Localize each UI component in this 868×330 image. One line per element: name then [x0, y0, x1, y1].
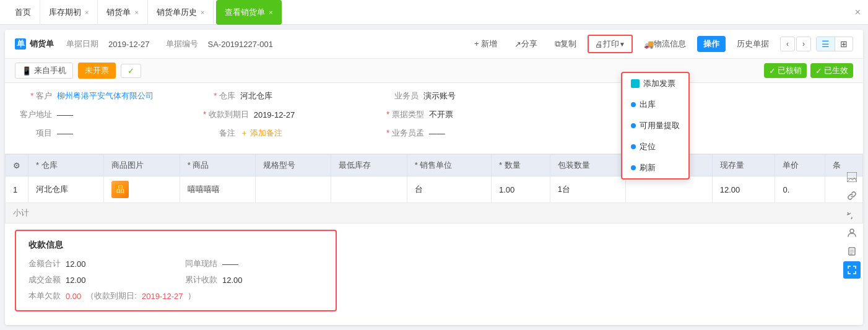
refresh-label: 刷新: [640, 162, 656, 173]
total-amount-value: 12.00: [66, 259, 86, 269]
locate-label: 定位: [640, 141, 656, 152]
remark-label: 备注: [203, 128, 240, 139]
current-owed-value: 0.00: [66, 292, 81, 301]
logistics-button[interactable]: 🚚 物流信息: [638, 36, 692, 52]
due-date-value: 2019-12-27: [142, 292, 183, 301]
transaction-amount-value: 12.00: [66, 276, 86, 285]
tab-view-sales-order[interactable]: 查看销货单 ×: [216, 0, 282, 25]
no-value: SA-20191227-001: [208, 40, 274, 49]
operations-dropdown: 添加发票 出库 可用量提取 定位 刷新: [621, 72, 690, 180]
doc-title: 单 销货单: [15, 38, 54, 50]
payment-grid: 金额合计 12.00 同单现结 —— 成交金额 12.00 累计收款 12.00…: [28, 258, 323, 302]
check-btn[interactable]: ✓: [121, 64, 141, 78]
tab-sales-order[interactable]: 销货单 ×: [98, 0, 147, 25]
row-product: 嘻嘻嘻嘻: [180, 176, 255, 203]
row-sales-unit: 台: [407, 176, 491, 203]
warehouse-out-label: 出库: [640, 99, 656, 110]
new-button[interactable]: + 新增: [468, 36, 503, 52]
from-phone-button[interactable]: 📱 来自手机: [15, 63, 73, 79]
table-section: ⚙ * 仓库 商品图片 * 商品 规格型号 最低库存 * 销售单位 * 数量 包…: [5, 154, 863, 224]
not-open-button[interactable]: 未开票: [78, 63, 116, 79]
ticket-type-value: 不开票: [429, 109, 528, 120]
operations-button[interactable]: 操作: [697, 36, 726, 52]
available-quantity-item[interactable]: 可用量提取: [622, 115, 688, 136]
th-stock: 现存量: [712, 155, 775, 176]
warehouse-out-icon: [631, 102, 636, 107]
locate-item[interactable]: 定位: [622, 136, 688, 157]
due-date-suffix: ）: [188, 290, 196, 302]
refresh-item[interactable]: 刷新: [622, 157, 688, 178]
table-row: 1 河北仓库 品 嘻嘻嘻嘻 台 1.00 1台 12.00 0.: [6, 176, 863, 203]
transaction-amount-row: 成交金额 12.00: [28, 274, 167, 285]
payment-date-label: 收款到期日: [203, 109, 254, 120]
add-invoice-item[interactable]: 添加发票: [622, 73, 688, 94]
close-view-sales-order[interactable]: ×: [269, 9, 272, 16]
doc-actions: + 新增 ↗ 分享 ⧉ 复制 🖨 打印 ▼ 🚚 物流信息 操作 历史单据: [468, 35, 853, 53]
nav-arrows: ‹ ›: [780, 37, 811, 51]
tool-undo-btn[interactable]: [843, 206, 861, 223]
row-stock: 12.00: [712, 176, 775, 203]
window-close-button[interactable]: ×: [855, 7, 861, 18]
tool-user-btn[interactable]: [843, 224, 861, 241]
share-button[interactable]: ↗ 分享: [508, 36, 544, 52]
payment-date-field: 收款到期日 2019-12-27: [203, 109, 376, 120]
form-row-3: 项目 —— 备注 ＋ 添加备注 业务员孟 ——: [20, 128, 848, 139]
tab-home[interactable]: 首页: [6, 0, 40, 25]
tool-expand-btn[interactable]: [843, 261, 861, 279]
refresh-icon: [631, 165, 636, 170]
close-inventory-init[interactable]: ×: [85, 9, 89, 16]
add-remark-button[interactable]: ＋ 添加备注: [240, 128, 282, 139]
copy-button[interactable]: ⧉ 复制: [549, 36, 583, 52]
tab-inventory-init[interactable]: 库存期初 ×: [40, 0, 98, 25]
available-icon: [631, 123, 636, 128]
view-list-btn[interactable]: ☰: [817, 37, 835, 51]
prev-arrow[interactable]: ‹: [780, 37, 795, 51]
tool-image-btn[interactable]: [843, 168, 861, 186]
view-toggle: ☰ ⊞: [816, 37, 853, 51]
staff-value: 演示账号: [423, 90, 523, 102]
th-product-img: 商品图片: [104, 155, 180, 176]
close-sales-order-history[interactable]: ×: [201, 9, 204, 16]
staff2-field: 业务员孟 ——: [386, 128, 560, 139]
truck-icon: 🚚: [644, 40, 654, 49]
th-spec: 规格型号: [256, 155, 331, 176]
tool-clipboard-btn[interactable]: [843, 243, 861, 260]
payment-date-value: 2019-12-27: [254, 110, 353, 119]
th-settings: ⚙: [6, 155, 28, 176]
row-quantity: 1.00: [491, 176, 550, 203]
payment-box: 收款信息 金额合计 12.00 同单现结 —— 成交金额 12.00 累计收款 …: [15, 230, 337, 311]
customer-field: 客户 柳州粤港平安气体有限公司: [20, 90, 193, 102]
doc-header: 单 销货单 单据日期 2019-12-27 单据编号 SA-20191227-0…: [5, 30, 863, 59]
svg-point-7: [850, 229, 854, 233]
no-label: 单据编号: [166, 38, 198, 50]
customer-value[interactable]: 柳州粤港平安气体有限公司: [57, 90, 156, 102]
close-sales-order[interactable]: ×: [134, 9, 138, 16]
available-quantity-label: 可用量提取: [640, 120, 680, 131]
history-button[interactable]: 历史单据: [731, 36, 775, 52]
address-field: 客户地址 ——: [20, 109, 193, 120]
tab-sales-order-history[interactable]: 销货单历史 ×: [148, 0, 214, 25]
date-value: 2019-12-27: [108, 40, 150, 49]
row-available: [626, 176, 713, 203]
total-amount-row: 金额合计 12.00: [28, 258, 167, 269]
print-dropdown-icon: ▼: [619, 41, 625, 48]
warehouse-out-item[interactable]: 出库: [622, 94, 688, 115]
right-btn-group: ✓ 已核销 ✓ 已生效: [764, 63, 853, 78]
row-pack-qty: 1台: [550, 176, 625, 203]
tool-link-btn[interactable]: [843, 187, 861, 204]
copy-icon: ⧉: [555, 39, 560, 49]
next-arrow[interactable]: ›: [796, 37, 811, 51]
effective-status-button: ✓ 已生效: [810, 63, 853, 78]
view-grid-btn[interactable]: ⊞: [835, 37, 853, 51]
cumulative-receipt-value: 12.00: [222, 276, 243, 285]
check-sold-icon: ✓: [769, 66, 776, 76]
th-pack-qty: 包装数量: [550, 155, 625, 176]
same-settlement-label: 同单现结: [185, 258, 217, 269]
remark-field: 备注 ＋ 添加备注: [203, 128, 376, 139]
share-icon: ↗: [514, 40, 521, 49]
print-button[interactable]: 🖨 打印 ▼: [588, 35, 633, 53]
th-warehouse: * 仓库: [28, 155, 104, 176]
phone-icon: 📱: [22, 66, 32, 76]
same-settlement-row: 同单现结 ——: [185, 258, 323, 269]
due-date-label: （收款到期日:: [86, 290, 137, 302]
